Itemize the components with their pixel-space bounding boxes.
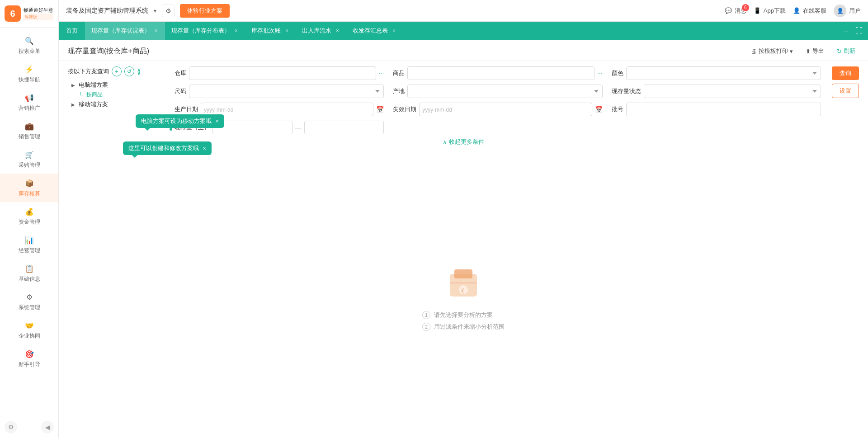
- by-goods-scheme[interactable]: └ 按商品: [79, 91, 167, 99]
- filter-label: 按以下方案查询: [68, 67, 109, 75]
- print-btn[interactable]: 🖨 按模板打印 ▾: [747, 45, 797, 57]
- warehouse-filter-cell: 仓库 ···: [175, 66, 384, 80]
- mobile-icon: 📱: [754, 7, 761, 14]
- print-icon: 🖨: [751, 48, 757, 55]
- sidebar-item-finance[interactable]: 💰 资金管理: [0, 202, 58, 231]
- production-date-input[interactable]: [201, 103, 373, 116]
- step1-circle: 1: [422, 311, 430, 319]
- sidebar: 6 畅通道好生意 标准版 🔍 搜索菜单 ⚡ 快捷导航 📢 营销推广 💼 销售管理…: [0, 0, 59, 438]
- warehouse-input[interactable]: [189, 66, 376, 80]
- mobile-scheme-item[interactable]: ▶ 移动端方案: [71, 100, 167, 108]
- collapse-up-icon: ∧: [443, 139, 447, 146]
- tab-bar: 首页 现存量（库存状况表） × 现存量（库存分布表） × 库存批次账 × 出入库…: [59, 22, 868, 40]
- tab-close-flow[interactable]: ×: [335, 27, 340, 35]
- tab-inventory-status[interactable]: 现存量（库存状况表） ×: [85, 22, 165, 40]
- tab-bar-right: – ⛶: [842, 25, 868, 37]
- sidebar-item-enterprise[interactable]: 🤝 企业协同: [0, 316, 58, 344]
- tab-collapse-icon[interactable]: –: [842, 25, 850, 37]
- setup-button[interactable]: 设置: [832, 84, 859, 98]
- warehouse-dots[interactable]: ···: [379, 70, 384, 77]
- tab-flow[interactable]: 出入库流水 ×: [296, 22, 346, 40]
- tab-close-distribution[interactable]: ×: [234, 27, 239, 35]
- size-select[interactable]: [189, 85, 384, 98]
- online-support-action[interactable]: 👤 在线客服: [793, 7, 826, 15]
- production-date-calendar[interactable]: 📅: [376, 106, 384, 113]
- collapse-sidebar-btn[interactable]: ◀: [41, 421, 54, 433]
- management-icon: 📊: [24, 235, 34, 245]
- svg-text::(: :(: [461, 287, 464, 293]
- desktop-scheme-arrow: ▶: [71, 83, 75, 88]
- stock-status-select[interactable]: [644, 85, 821, 98]
- tooltip-desktop-scheme: 电脑方案可设为移动方案哦 ×: [136, 114, 224, 128]
- guide-icon: 🎯: [24, 349, 34, 359]
- user-avatar: 👤: [834, 5, 846, 17]
- goods-dots[interactable]: ···: [597, 70, 603, 77]
- goods-filter-cell: 商品 ···: [393, 66, 602, 80]
- tooltip1-close-btn[interactable]: ×: [215, 118, 219, 125]
- tab-close-batch[interactable]: ×: [284, 27, 289, 35]
- tab-inventory-distribution[interactable]: 现存量（库存分布表） ×: [165, 22, 245, 40]
- sidebar-item-search[interactable]: 🔍 搜索菜单: [0, 31, 58, 60]
- basic-info-icon: 📋: [24, 264, 34, 273]
- mobile-scheme-arrow: ▶: [71, 102, 75, 107]
- batch-input[interactable]: [626, 103, 821, 116]
- sidebar-item-inventory[interactable]: 📦 库存核算: [0, 174, 58, 202]
- filter-section: 电脑方案可设为移动方案哦 × 这里可以创建和修改方案哦 × 按以下方案查询 + …: [59, 61, 868, 153]
- stock-status-filter-cell: 现存量状态: [612, 85, 821, 98]
- origin-select[interactable]: [407, 85, 602, 98]
- goods-input[interactable]: [407, 66, 594, 80]
- expiry-date-input[interactable]: [419, 103, 592, 116]
- header-right: 💬 6 消息 📱 App下载 👤 在线客服 👤 用户: [725, 5, 861, 17]
- messages-action[interactable]: 💬 6 消息: [725, 7, 746, 15]
- sidebar-item-marketing[interactable]: 📢 营销推广: [0, 88, 58, 117]
- sidebar-item-management[interactable]: 📊 经营管理: [0, 231, 58, 259]
- page-title: 现存量查询(按仓库+商品): [68, 47, 149, 56]
- settings-bottom-btn[interactable]: ⚙: [5, 421, 17, 433]
- top-header: 装备及固定资产辅助管理系统 ▾ ⚙ 体验行业方案 💬 6 消息 📱 App下载 …: [59, 0, 868, 22]
- message-icon: 💬: [725, 7, 732, 14]
- arrow-scheme-btn[interactable]: ⟪: [137, 67, 141, 76]
- content-area: 现存量查询(按仓库+商品) 🖨 按模板打印 ▾ ⬆ 导出 ↻ 刷新: [59, 40, 868, 438]
- finance-icon: 💰: [24, 207, 34, 217]
- svg-rect-1: [454, 269, 472, 278]
- system-dropdown[interactable]: ▾: [154, 8, 156, 14]
- tab-home[interactable]: 首页: [59, 22, 85, 40]
- expiry-date-calendar[interactable]: 📅: [595, 106, 603, 113]
- purchase-icon: 🛒: [24, 150, 34, 160]
- app-download-action[interactable]: 📱 App下载: [754, 7, 786, 15]
- add-scheme-btn[interactable]: +: [112, 66, 122, 76]
- range-dash: —: [295, 124, 302, 131]
- sidebar-item-basic-info[interactable]: 📋 基础信息: [0, 259, 58, 287]
- stock-main-max[interactable]: [304, 121, 384, 134]
- sidebar-item-system[interactable]: ⚙ 系统管理: [0, 287, 58, 316]
- export-icon: ⬆: [806, 48, 811, 55]
- settings-icon-btn[interactable]: ⚙: [162, 5, 175, 17]
- search-button[interactable]: 查询: [832, 66, 859, 80]
- tab-close-inventory-status[interactable]: ×: [154, 27, 159, 35]
- tab-close-summary[interactable]: ×: [392, 27, 396, 35]
- tooltip2-close-btn[interactable]: ×: [203, 145, 206, 152]
- user-action[interactable]: 👤 用户: [834, 5, 861, 17]
- collapse-btn[interactable]: ∧ 收起更多条件: [443, 138, 484, 146]
- main-area: 装备及固定资产辅助管理系统 ▾ ⚙ 体验行业方案 💬 6 消息 📱 App下载 …: [59, 0, 868, 438]
- refresh-btn[interactable]: ↻ 刷新: [833, 45, 859, 57]
- color-select[interactable]: [626, 66, 821, 80]
- quick-nav-icon: ⚡: [24, 64, 34, 74]
- edit-scheme-btn[interactable]: ↺: [124, 66, 134, 76]
- stock-main-min[interactable]: [212, 121, 292, 134]
- sidebar-item-sales[interactable]: 💼 销售管理: [0, 117, 58, 145]
- tab-summary[interactable]: 收发存汇总表 ×: [346, 22, 403, 40]
- empty-step2: 2 用过滤条件来缩小分析范围: [422, 323, 505, 331]
- tab-fullscreen-icon[interactable]: ⛶: [854, 25, 864, 37]
- export-btn[interactable]: ⬆ 导出: [802, 45, 828, 57]
- sidebar-item-quick-nav[interactable]: ⚡ 快捷导航: [0, 60, 58, 88]
- inventory-icon: 📦: [24, 178, 34, 188]
- color-filter-cell: 颜色: [612, 66, 821, 80]
- support-icon: 👤: [793, 7, 800, 14]
- tooltip-create-scheme: 这里可以创建和修改方案哦 ×: [123, 141, 212, 155]
- industry-btn[interactable]: 体验行业方案: [180, 4, 230, 18]
- sidebar-item-guide[interactable]: 🎯 新手引导: [0, 344, 58, 373]
- tab-batch-account[interactable]: 库存批次账 ×: [245, 22, 296, 40]
- sidebar-item-purchase[interactable]: 🛒 采购管理: [0, 145, 58, 174]
- desktop-scheme-item[interactable]: ▶ 电脑端方案: [71, 81, 167, 89]
